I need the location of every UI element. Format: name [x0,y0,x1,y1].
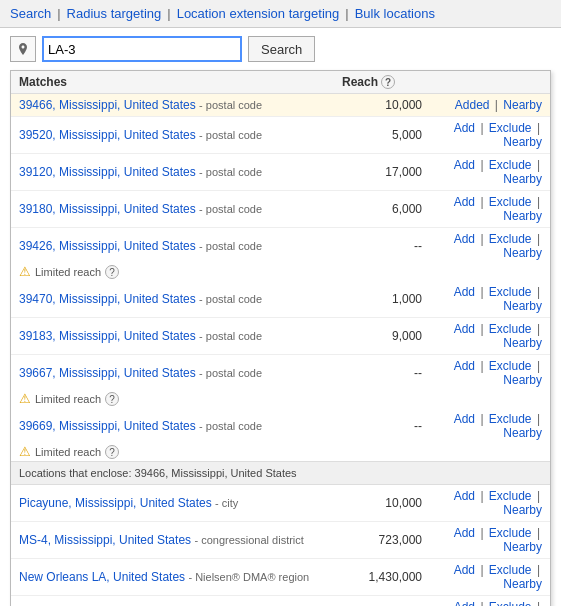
location-name[interactable]: 39667, Mississippi, United States - post… [19,366,342,380]
limited-reach-help[interactable]: ? [105,392,119,406]
limited-reach-help[interactable]: ? [105,265,119,279]
add-link[interactable]: Add [454,563,475,577]
sep1: | [57,6,60,21]
exclude-link[interactable]: Exclude [489,121,532,135]
nearby-link[interactable]: Nearby [503,426,542,440]
nearby-link[interactable]: Nearby [503,336,542,350]
location-name[interactable]: 39183, Mississippi, United States - post… [19,329,342,343]
tab-radius[interactable]: Radius targeting [67,6,162,21]
limited-reach-text: Limited reach [35,266,101,278]
limited-reach-help[interactable]: ? [105,445,119,459]
exclude-link[interactable]: Exclude [489,600,532,606]
table-row: 39180, Mississippi, United States - post… [11,191,550,228]
add-link[interactable]: Add [454,158,475,172]
search-input[interactable] [42,36,242,62]
table-row: Picayune, Mississippi, United States - c… [11,485,550,522]
reach-value: 10,000 [342,496,422,510]
location-name[interactable]: 39120, Mississippi, United States - post… [19,165,342,179]
location-name[interactable]: 39470, Mississippi, United States - post… [19,292,342,306]
reach-label: Reach [342,75,378,89]
add-link[interactable]: Add [454,322,475,336]
nearby-link[interactable]: Nearby [503,209,542,223]
tab-bulk[interactable]: Bulk locations [355,6,435,21]
table-row: 39470, Mississippi, United States - post… [11,281,550,318]
exclude-link[interactable]: Exclude [489,285,532,299]
add-link[interactable]: Add [454,121,475,135]
reach-help-icon[interactable]: ? [381,75,395,89]
row-actions: Added | Nearby [422,98,542,112]
table-row: 39520, Mississippi, United States - post… [11,117,550,154]
sep3: | [345,6,348,21]
location-name[interactable]: 39180, Mississippi, United States - post… [19,202,342,216]
location-name[interactable]: 39520, Mississippi, United States - post… [19,128,342,142]
nearby-link[interactable]: Nearby [503,246,542,260]
exclude-link[interactable]: Exclude [489,322,532,336]
row-actions: Add | Exclude | Nearby [422,285,542,313]
table-row: 39183, Mississippi, United States - post… [11,318,550,355]
add-link[interactable]: Add [454,285,475,299]
warning-icon: ⚠ [19,264,31,279]
limited-reach-text: Limited reach [35,393,101,405]
nearby-link[interactable]: Nearby [503,577,542,591]
location-name[interactable]: New Orleans LA, United States - Nielsen®… [19,570,342,584]
location-row: 39426, Mississippi, United States - post… [11,228,550,264]
reach-value: 5,000 [342,128,422,142]
location-name[interactable]: 39426, Mississippi, United States - post… [19,239,342,253]
tab-location-ext[interactable]: Location extension targeting [177,6,340,21]
exclude-link[interactable]: Exclude [489,526,532,540]
nearby-link[interactable]: Nearby [503,540,542,554]
table-row: 39667, Mississippi, United States - post… [11,355,550,408]
limited-reach-text: Limited reach [35,446,101,458]
add-link[interactable]: Add [454,489,475,503]
reach-value: -- [342,366,422,380]
tab-search[interactable]: Search [10,6,51,21]
location-name[interactable]: Picayune, Mississippi, United States - c… [19,496,342,510]
reach-value: 1,000 [342,292,422,306]
add-link[interactable]: Add [454,600,475,606]
nearby-link[interactable]: Nearby [503,503,542,517]
row-actions: Add | Exclude | Nearby [422,195,542,223]
matches-header: Matches [19,75,342,89]
nearby-link[interactable]: Nearby [503,172,542,186]
reach-header: Reach ? [342,75,422,89]
results-dropdown: Matches Reach ? 39466, Mississippi, Unit… [10,70,551,606]
exclude-link[interactable]: Exclude [489,158,532,172]
row-actions: Add | Exclude | Nearby [422,359,542,387]
nearby-link[interactable]: Nearby [503,98,542,112]
exclude-link[interactable]: Exclude [489,563,532,577]
location-row: 39669, Mississippi, United States - post… [11,408,550,444]
nearby-link[interactable]: Nearby [503,373,542,387]
exclude-link[interactable]: Exclude [489,412,532,426]
add-link[interactable]: Add [454,526,475,540]
location-name[interactable]: 39466, Mississippi, United States - post… [19,98,342,112]
exclude-link[interactable]: Exclude [489,359,532,373]
row-actions: Add | Exclude | Nearby [422,158,542,186]
location-row: 39667, Mississippi, United States - post… [11,355,550,391]
exclude-link[interactable]: Exclude [489,195,532,209]
table-row: 39466, Mississippi, United States - post… [11,94,550,117]
table-row: Mississippi, United States - state 1,690… [11,596,550,606]
reach-value: -- [342,419,422,433]
reach-value: 723,000 [342,533,422,547]
reach-value: 9,000 [342,329,422,343]
limited-reach-notice: ⚠ Limited reach ? [11,444,550,461]
add-link[interactable]: Add [454,359,475,373]
add-link[interactable]: Add [454,412,475,426]
added-label: Added [455,98,490,112]
actions-header [422,75,542,89]
row-actions: Add | Exclude | Nearby [422,563,542,591]
search-button[interactable]: Search [248,36,315,62]
add-link[interactable]: Add [454,195,475,209]
table-row: MS-4, Mississippi, United States - congr… [11,522,550,559]
add-link[interactable]: Add [454,232,475,246]
exclude-link[interactable]: Exclude [489,489,532,503]
location-name[interactable]: 39669, Mississippi, United States - post… [19,419,342,433]
exclude-link[interactable]: Exclude [489,232,532,246]
warning-icon: ⚠ [19,391,31,406]
nearby-link[interactable]: Nearby [503,299,542,313]
search-row: Search [0,28,561,70]
top-nav: Search | Radius targeting | Location ext… [0,0,561,28]
reach-value: -- [342,239,422,253]
nearby-link[interactable]: Nearby [503,135,542,149]
location-name[interactable]: MS-4, Mississippi, United States - congr… [19,533,342,547]
